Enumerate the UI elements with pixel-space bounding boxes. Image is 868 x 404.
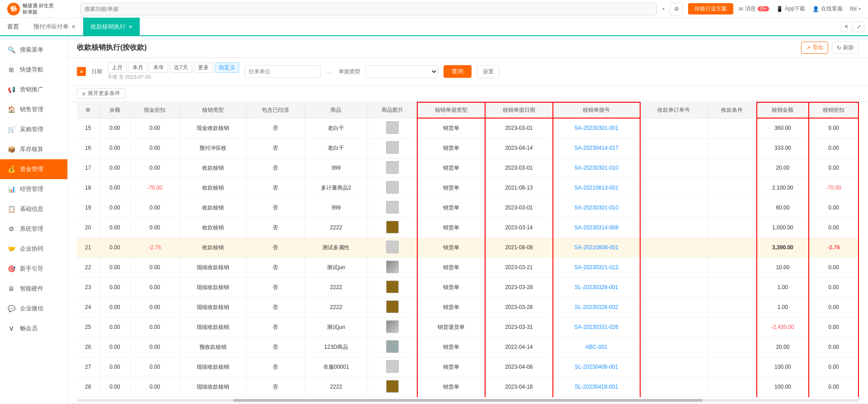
sidebar-item-wechat[interactable]: 💬 企业微信 <box>0 299 67 318</box>
cell-voucher-date: 2023-03-01 <box>485 198 553 218</box>
cell-voucher-date: 2023-04-18 <box>485 377 553 397</box>
cell-voucher-no[interactable]: SA-20230301-001 <box>553 118 640 138</box>
cell-voucher-date: 2023-03-21 <box>485 257 553 277</box>
sidebar-item-guide[interactable]: 🎯 新手引导 <box>0 259 67 279</box>
partner-input[interactable] <box>245 65 321 78</box>
marketing-icon: 📢 <box>7 86 15 94</box>
date-btn-more[interactable]: 更多 <box>194 62 213 73</box>
cell-balance: 0.00 <box>99 238 130 257</box>
cell-voucher-no[interactable]: SA-20230414-017 <box>553 138 640 158</box>
settings-button[interactable]: ⚙ <box>670 3 683 15</box>
cell-amount: 1.00 <box>757 297 809 317</box>
date-btn-last-month[interactable]: 上月 <box>108 62 127 73</box>
tab-prepay-close[interactable]: ✕ <box>71 24 75 30</box>
date-btn-custom[interactable]: 自定义 <box>215 62 239 73</box>
tab-expand-button[interactable]: ⤢ <box>854 21 864 32</box>
date-btn-this-year[interactable]: 本年 <box>149 62 168 73</box>
cell-cash-discount: -2.76 <box>130 238 179 257</box>
expand-more-button[interactable]: ∨ 展开更多条件 <box>77 88 125 99</box>
top-search-input[interactable] <box>80 3 657 15</box>
cell-condition <box>708 138 757 158</box>
cell-discount: 0.00 <box>809 257 859 277</box>
cell-voucher-no[interactable]: SA-20230314-008 <box>553 218 640 238</box>
tab-close-button[interactable]: ✕ <box>841 21 852 32</box>
messages-button[interactable]: ✉ 消息 99+ <box>739 5 769 13</box>
sidebar-item-hardware[interactable]: 🖥 智能硬件 <box>0 279 67 299</box>
tab-receipt-cancel[interactable]: 收款核销执行 ✕ <box>83 18 140 36</box>
cell-voucher-no[interactable]: SL-20230418-001 <box>553 377 640 397</box>
sidebar-item-inventory[interactable]: 📦 库存核算 <box>0 139 67 159</box>
sidebar-item-nav[interactable]: ⊞ 快捷导航 <box>0 60 67 80</box>
cell-receipt-no <box>640 158 708 178</box>
cell-product: 测试jun <box>305 317 368 337</box>
cell-receipt-no <box>640 317 708 337</box>
cell-voucher-no[interactable]: SA-20230321-012 <box>553 257 640 277</box>
sidebar-item-purchase[interactable]: 🛒 采购管理 <box>0 119 67 139</box>
cell-voucher-no[interactable]: SA-20230331-026 <box>553 317 640 337</box>
cell-discount: -2.76 <box>809 238 859 257</box>
tab-receipt-cancel-close[interactable]: ✕ <box>128 24 132 30</box>
sidebar-item-operation[interactable]: 📊 经营管理 <box>0 179 67 199</box>
cell-balance: 0.00 <box>99 357 130 377</box>
sidebar-item-search[interactable]: 🔍 搜索菜单 <box>0 40 67 60</box>
cell-voucher-no[interactable]: SA-20210813-001 <box>553 178 640 198</box>
cell-settled: 否 <box>246 198 304 218</box>
col-header-product: 商品 <box>305 102 368 118</box>
cell-product-img <box>368 198 417 218</box>
tab-prepay[interactable]: 预付冲应付单 ✕ <box>26 18 83 36</box>
table-row: 26 0.00 0.00 预收款核销 否 123D商品 销货单 2022-04-… <box>77 337 859 357</box>
app-download-button[interactable]: 📱 App下载 <box>776 5 805 13</box>
col-header-settings[interactable]: ⚙ <box>77 102 99 118</box>
cell-voucher-no[interactable]: SA-20210808-001 <box>553 238 640 257</box>
cell-balance: 0.00 <box>99 297 130 317</box>
sidebar-item-finance[interactable]: 💰 资金管理 <box>0 159 67 179</box>
cell-voucher-no[interactable]: SL-20230328-002 <box>553 297 640 317</box>
sidebar-item-system[interactable]: ⚙ 系统管理 <box>0 219 67 239</box>
date-btn-this-month[interactable]: 本月 <box>128 62 147 73</box>
cell-no: 18 <box>77 178 99 198</box>
sales-icon: 🏠 <box>7 105 15 114</box>
industry-solution-button[interactable]: 休验行业方案 <box>688 3 733 14</box>
cell-settled: 否 <box>246 297 304 317</box>
sidebar-item-member[interactable]: V 畅会员 <box>0 318 67 338</box>
cell-balance: 0.00 <box>99 257 130 277</box>
sidebar-item-basic[interactable]: 📋 基础信息 <box>0 199 67 219</box>
service-icon: 👤 <box>812 6 819 12</box>
tab-home[interactable]: 首页 <box>0 18 26 36</box>
sidebar-item-marketing[interactable]: 📢 营销推广 <box>0 80 67 100</box>
cell-voucher-date: 2021-08-13 <box>485 178 553 198</box>
cell-product-img <box>368 158 417 178</box>
cell-receipt-no <box>640 178 708 198</box>
col-header-voucher-no: 核销单据号 <box>553 102 640 118</box>
user-menu[interactable]: Rit ▾ <box>850 6 861 12</box>
sidebar-item-sales[interactable]: 🏠 销售管理 <box>0 100 67 119</box>
refresh-button[interactable]: ↻ 刷新 <box>832 42 859 54</box>
filter-expand-button[interactable]: » <box>77 67 86 76</box>
member-icon: V <box>7 324 15 333</box>
cell-voucher-no[interactable]: ABC-001 <box>553 337 640 357</box>
cell-voucher-no[interactable]: SL-20230408-001 <box>553 357 640 377</box>
export-button[interactable]: ↗ 导出 <box>801 42 828 54</box>
cell-voucher-no[interactable]: SA-20230301-010 <box>553 198 640 218</box>
query-button[interactable]: 查询 <box>443 65 472 78</box>
cell-amount: 10.00 <box>757 257 809 277</box>
cell-voucher-date: 2023-03-28 <box>485 277 553 297</box>
cell-no: 21 <box>77 238 99 257</box>
cell-settled: 否 <box>246 238 304 257</box>
voucher-type-select[interactable] <box>366 65 438 78</box>
finance-icon: 💰 <box>7 165 15 173</box>
date-btn-7days[interactable]: 近7天 <box>170 62 192 73</box>
online-service-button[interactable]: 👤 在线客服 <box>812 5 843 13</box>
cell-type: 收款核销 <box>179 238 247 257</box>
cell-cash-discount: 0.00 <box>130 337 179 357</box>
cell-voucher-no[interactable]: SL-20230328-001 <box>553 277 640 297</box>
cell-settled: 否 <box>246 357 304 377</box>
sidebar-item-collab[interactable]: 🤝 企业协同 <box>0 239 67 259</box>
table-row: 19 0.00 0.00 收款核销 否 999 销货单 2023-03-01 S… <box>77 198 859 218</box>
cell-settled: 否 <box>246 337 304 357</box>
cell-voucher-no[interactable]: SA-20230301-010 <box>553 158 640 178</box>
main-content: 收款核销执行(按收款) ↗ 导出 ↻ 刷新 » 日期 上月 <box>68 36 868 404</box>
filter-settings-button[interactable]: 设置 <box>477 65 500 78</box>
cell-amount: 1,000.00 <box>757 218 809 238</box>
cell-cash-discount: 0.00 <box>130 377 179 397</box>
